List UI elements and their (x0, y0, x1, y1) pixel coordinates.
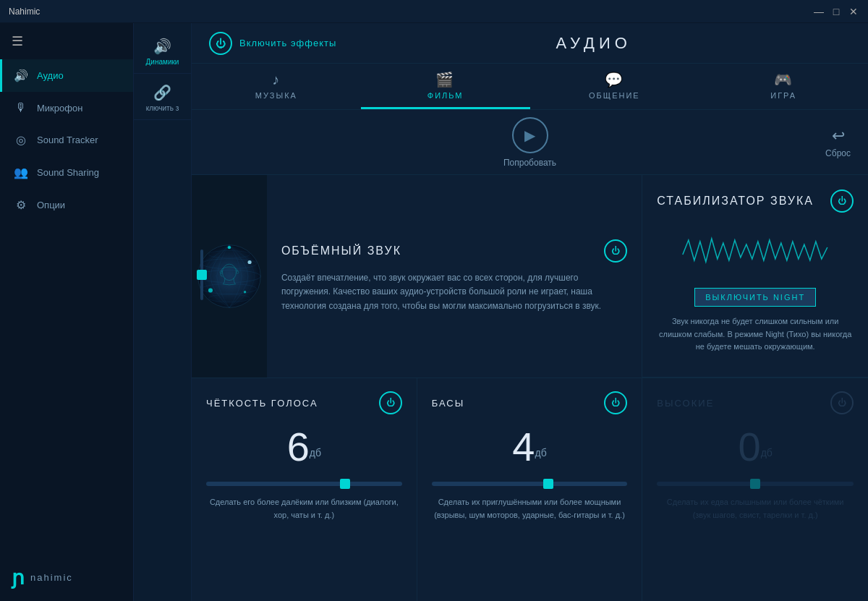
device-speakers[interactable]: 🔊 Динамики (134, 30, 191, 74)
bass-toggle[interactable]: ⏻ (604, 391, 627, 414)
tab-game[interactable]: 🎮 ИГРА (699, 64, 868, 109)
device-connect[interactable]: 🔗 ключить з (134, 77, 191, 120)
logo-symbol: ɲ (12, 566, 25, 589)
tracker-icon: ◎ (14, 133, 28, 147)
content-header: ⏻ Включить эффекты АУДИО (192, 23, 868, 64)
titlebar: Nahimic — □ ✕ (0, 0, 868, 23)
sidebar-item-options[interactable]: ⚙ Опции (0, 189, 133, 221)
svg-point-8 (208, 288, 213, 292)
sidebar-item-mic[interactable]: 🎙 Микрофон (0, 92, 133, 124)
logo-text: nahimic (30, 572, 73, 583)
middle-section: ОБЪЁМНЫЙ ЗВУК ⏻ Создаёт впечатление, что… (192, 175, 868, 378)
device-connect-label: ключить з (146, 104, 179, 112)
menu-toggle[interactable]: ☰ (0, 23, 133, 59)
film-tab-icon: 🎬 (435, 71, 455, 88)
tab-music-label: МУЗЫКА (255, 91, 297, 100)
sidebar-item-audio[interactable]: 🔊 Аудио (0, 59, 133, 92)
enable-effects-button[interactable]: ⏻ Включить эффекты (209, 32, 336, 55)
stabilizer-title: СТАБИЛИЗАТОР ЗВУКА (657, 195, 814, 208)
bottom-row: ЧЁТКОСТЬ ГОЛОСА ⏻ 6дб Сделать его более … (192, 378, 868, 601)
bass-db: 4дб (432, 423, 628, 470)
sidebar-item-sharing-label: Sound Sharing (37, 167, 99, 178)
surround-toggle[interactable]: ⏻ (604, 239, 627, 263)
svg-point-7 (247, 260, 251, 264)
minimize-button[interactable]: — (813, 6, 825, 17)
treble-db: 0дб (657, 423, 854, 470)
sidebar-item-audio-label: Аудио (37, 70, 64, 81)
tab-music[interactable]: ♪ МУЗЫКА (192, 64, 361, 109)
reset-icon: ↩ (832, 127, 845, 145)
bass-unit: дб (535, 447, 546, 459)
treble-unit: дб (761, 447, 773, 459)
stabilizer-desc: Звук никогда не будет слишком сильным ил… (657, 315, 854, 354)
wave-visualization (657, 233, 854, 276)
stabilizer-header: СТАБИЛИЗАТОР ЗВУКА ⏻ (657, 189, 854, 213)
power-circle-icon: ⏻ (209, 32, 232, 55)
treble-slider[interactable] (657, 482, 854, 486)
reset-button[interactable]: ↩ Сброс (825, 127, 851, 158)
voice-clarity-unit: дб (310, 447, 321, 459)
treble-header: ВЫСОКИЕ ⏻ (657, 391, 854, 414)
surround-vertical-slider[interactable] (200, 250, 203, 300)
night-mode-button[interactable]: ВЫКЛЮЧИТЬ NIGHT (694, 288, 816, 307)
audio-icon: 🔊 (14, 69, 28, 82)
main-content: ⏻ Включить эффекты АУДИО ♪ МУЗЫКА 🎬 ФИЛЬ… (192, 23, 868, 601)
tab-film-label: ФИЛЬМ (427, 91, 464, 100)
bass-title: БАСЫ (432, 398, 465, 409)
treble-toggle[interactable]: ⏻ (830, 391, 854, 414)
surround-info: ОБЪЁМНЫЙ ЗВУК ⏻ Создаёт впечатление, что… (267, 175, 642, 378)
surround-header: ОБЪЁМНЫЙ ЗВУК ⏻ (281, 239, 627, 263)
window-controls: — □ ✕ (813, 6, 859, 17)
app-title: Nahimic (9, 7, 40, 17)
mic-icon: 🎙 (14, 101, 28, 114)
speakers-icon: 🔊 (153, 38, 171, 55)
device-speakers-label: Динамики (146, 58, 179, 66)
power-label: Включить эффекты (239, 38, 336, 48)
bass-slider[interactable] (432, 482, 628, 486)
sidebar-nav: 🔊 Аудио 🎙 Микрофон ◎ Sound Tracker 👥 Sou… (0, 59, 133, 554)
maximize-button[interactable]: □ (830, 6, 842, 17)
device-panel: 🔊 Динамики 🔗 ключить з (134, 23, 192, 601)
bass-header: БАСЫ ⏻ (432, 391, 628, 414)
treble-title: ВЫСОКИЕ (657, 398, 714, 409)
music-tab-icon: ♪ (272, 72, 281, 88)
voice-clarity-section: ЧЁТКОСТЬ ГОЛОСА ⏻ 6дб Сделать его более … (192, 378, 417, 601)
surround-slider-container (200, 250, 203, 303)
sidebar-item-tracker-label: Sound Tracker (37, 135, 98, 145)
sidebar-item-tracker[interactable]: ◎ Sound Tracker (0, 124, 133, 156)
voice-clarity-desc: Сделать его более далёким или близким (д… (206, 496, 402, 521)
voice-clarity-db: 6дб (206, 423, 402, 470)
bass-value: 4 (512, 424, 535, 469)
app-container: ☰ 🔊 Аудио 🎙 Микрофон ◎ Sound Tracker 👥 S… (0, 23, 868, 601)
voice-clarity-slider[interactable] (206, 482, 402, 486)
voice-clarity-toggle[interactable]: ⏻ (379, 391, 402, 414)
try-button[interactable]: ▶ Попробовать (503, 117, 556, 168)
content-body: ▶ Попробовать ↩ Сброс (192, 110, 868, 601)
page-title: АУДИО (336, 34, 851, 53)
voice-clarity-header: ЧЁТКОСТЬ ГОЛОСА ⏻ (206, 391, 402, 414)
voice-clarity-title: ЧЁТКОСТЬ ГОЛОСА (206, 398, 318, 409)
connect-icon: 🔗 (153, 84, 171, 101)
svg-point-9 (244, 291, 246, 293)
reset-label: Сброс (825, 148, 851, 158)
tab-game-label: ИГРА (770, 91, 796, 100)
svg-point-0 (198, 245, 261, 308)
tab-chat[interactable]: 💬 ОБЩЕНИЕ (530, 64, 699, 109)
sidebar-item-options-label: Опции (37, 200, 65, 210)
stabilizer-section: СТАБИЛИЗАТОР ЗВУКА ⏻ ВЫКЛЮЧИТЬ NIGHT Зву… (642, 175, 868, 378)
tab-chat-label: ОБЩЕНИЕ (589, 91, 640, 100)
treble-section: ВЫСОКИЕ ⏻ 0дб Сделать их едва слышными и… (642, 378, 868, 601)
surround-section: ОБЪЁМНЫЙ ЗВУК ⏻ Создаёт впечатление, что… (192, 175, 642, 378)
play-icon: ▶ (512, 117, 548, 153)
bass-section: БАСЫ ⏻ 4дб Сделать их приглушёнными или … (417, 378, 643, 601)
stabilizer-toggle[interactable]: ⏻ (830, 189, 854, 213)
surround-desc: Создаёт впечатление, что звук окружает в… (281, 271, 627, 313)
tab-film[interactable]: 🎬 ФИЛЬМ (361, 64, 530, 109)
treble-value: 0 (738, 424, 760, 469)
sidebar-item-mic-label: Микрофон (37, 103, 82, 114)
bass-desc: Сделать их приглушёнными или более мощны… (432, 496, 628, 521)
sidebar-item-sharing[interactable]: 👥 Sound Sharing (0, 156, 133, 189)
close-button[interactable]: ✕ (848, 6, 859, 17)
try-label: Попробовать (503, 158, 556, 168)
sharing-icon: 👥 (14, 166, 28, 179)
